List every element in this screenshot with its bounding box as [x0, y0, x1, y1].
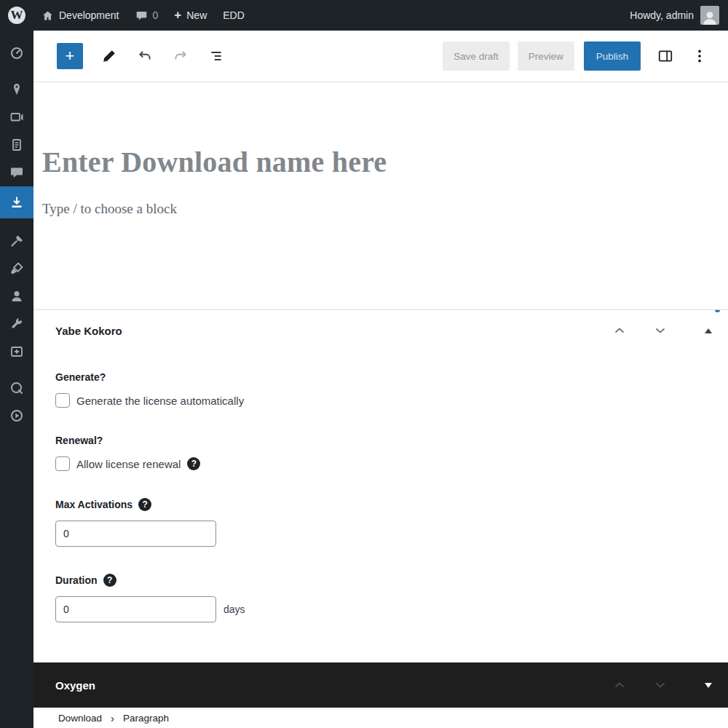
yabe-panel-body: Generate? Generate the license automatic… [33, 351, 728, 644]
duration-input[interactable] [55, 596, 216, 622]
pages-icon [9, 138, 24, 152]
block-inserter-button[interactable]: + [57, 43, 83, 69]
oxygen-move-down-button[interactable] [652, 677, 668, 693]
list-view-button[interactable] [207, 47, 226, 66]
pin-icon [9, 82, 24, 97]
generate-checkbox[interactable] [55, 393, 70, 408]
renewal-checkbox-row[interactable]: Allow license renewal ? [55, 456, 706, 471]
wordpress-logo: W [8, 7, 25, 24]
yabe-panel-actions [612, 323, 712, 339]
sidebar-item-users[interactable] [0, 282, 33, 310]
undo-icon [137, 48, 153, 64]
renewal-help-icon[interactable]: ? [187, 457, 200, 470]
move-up-button[interactable] [612, 323, 628, 339]
block-breadcrumb-bar: Download › Paragraph [33, 708, 728, 728]
settings-sidebar-toggle[interactable] [656, 47, 675, 66]
comments-bubble-icon [135, 9, 148, 22]
oxygen-panel-actions [612, 677, 712, 693]
sidebar-item-plugin-box[interactable] [0, 338, 33, 365]
account-menu[interactable]: Howdy, admin [630, 0, 728, 31]
settings-sidebar-icon [657, 48, 673, 64]
breadcrumb-root[interactable]: Download [58, 713, 102, 724]
editor-canvas: Enter Download name here Type / to choos… [33, 82, 728, 309]
edd-menu-link[interactable]: EDD [215, 0, 253, 31]
oxygen-panel-title: Oxygen [55, 679, 95, 692]
admin-sidebar [0, 31, 33, 728]
options-menu-button[interactable] [690, 47, 709, 66]
tools-mode-button[interactable] [100, 47, 119, 66]
avatar [700, 6, 719, 25]
users-icon [9, 289, 24, 304]
new-content-link[interactable]: + New [166, 0, 215, 31]
box-plus-icon [9, 344, 24, 359]
oxygen-panel-header: Oxygen [33, 662, 728, 708]
wrench-icon [9, 317, 24, 331]
inserter-plus-icon: + [66, 48, 75, 64]
renewal-checkbox-label[interactable]: Allow license renewal [76, 458, 181, 470]
list-view-icon [208, 48, 224, 64]
comments-count: 0 [153, 9, 159, 21]
chevron-down-icon [653, 678, 668, 692]
sidebar-item-comments[interactable] [0, 159, 33, 186]
sidebar-item-tools[interactable] [0, 310, 33, 338]
max-activations-input[interactable] [55, 521, 216, 547]
sidebar-item-tools-hammer[interactable] [0, 227, 33, 255]
move-down-button[interactable] [652, 323, 668, 339]
site-name-link[interactable]: Development [33, 0, 127, 31]
kebab-menu-icon [692, 48, 708, 64]
breadcrumb-separator-icon: › [111, 713, 114, 724]
sidebar-item-plugin-play[interactable] [0, 402, 33, 430]
brush-icon [9, 261, 24, 276]
post-title-input[interactable]: Enter Download name here [42, 145, 699, 179]
media-icon [9, 110, 24, 124]
renewal-checkbox[interactable] [55, 456, 70, 471]
toolbar-right-group: Save draft Preview Publish [443, 41, 709, 71]
chevron-up-icon [612, 678, 627, 692]
duration-label: Duration ? [55, 574, 706, 587]
save-draft-button[interactable]: Save draft [443, 41, 510, 71]
renewal-label: Renewal? [55, 435, 706, 446]
comments-link[interactable]: 0 [127, 0, 167, 31]
downloads-icon [9, 195, 24, 210]
comments-icon [9, 165, 24, 180]
duration-unit-label: days [223, 604, 245, 615]
chevron-up-icon [612, 323, 627, 338]
generate-checkbox-label[interactable]: Generate the license automatically [76, 395, 244, 407]
duration-input-row: days [55, 587, 706, 622]
redo-button[interactable] [171, 47, 190, 66]
caret-down-icon[interactable] [705, 683, 712, 688]
generate-checkbox-row[interactable]: Generate the license automatically [55, 393, 706, 408]
max-activations-help-icon[interactable]: ? [138, 498, 151, 511]
pencil-icon [101, 48, 117, 64]
breadcrumb-current[interactable]: Paragraph [123, 713, 169, 724]
sidebar-item-plugin-q[interactable] [0, 374, 33, 402]
sidebar-item-posts[interactable] [0, 76, 33, 103]
chevron-down-icon [653, 323, 668, 338]
sidebar-item-appearance[interactable] [0, 255, 33, 282]
editor-toolbar: + Save draft Preview Publish [33, 31, 728, 82]
preview-button[interactable]: Preview [518, 41, 574, 71]
publish-button[interactable]: Publish [584, 41, 641, 71]
howdy-text: Howdy, admin [630, 9, 694, 21]
site-name: Development [59, 9, 119, 21]
undo-button[interactable] [135, 47, 154, 66]
editor-main: + Save draft Preview Publish [33, 31, 728, 728]
wordpress-menu[interactable]: W [0, 0, 33, 31]
toolbar-left-group: + [57, 43, 226, 69]
dashboard-icon [9, 46, 24, 60]
sidebar-item-media[interactable] [0, 103, 33, 131]
yabe-panel-title: Yabe Kokoro [55, 325, 122, 337]
oxygen-move-up-button[interactable] [612, 677, 628, 693]
redo-icon [173, 48, 189, 64]
play-circle-icon [9, 408, 24, 423]
sidebar-item-pages[interactable] [0, 131, 33, 159]
duration-help-icon[interactable]: ? [103, 574, 116, 587]
generate-label: Generate? [55, 371, 706, 383]
collapse-triangle-icon[interactable] [705, 328, 712, 333]
sidebar-item-downloads[interactable] [0, 186, 33, 218]
yabe-panel-header: Yabe Kokoro [33, 310, 728, 351]
empty-block-placeholder[interactable]: Type / to choose a block [42, 201, 699, 217]
sidebar-item-dashboard[interactable] [0, 39, 33, 67]
home-icon [41, 9, 54, 22]
hammer-icon [9, 234, 24, 248]
